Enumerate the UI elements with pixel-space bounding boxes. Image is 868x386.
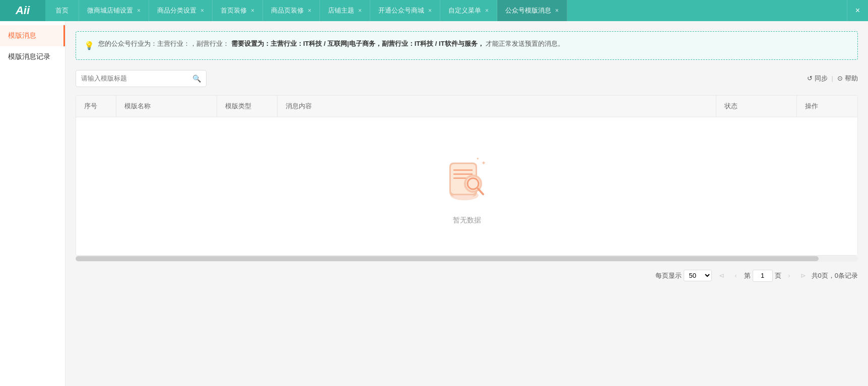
data-table: 序号模版名称模版类型消息内容状态操作 bbox=[76, 95, 858, 256]
tab-product-page-decor[interactable]: 商品页装修× bbox=[263, 0, 320, 21]
th-name: 模版名称 bbox=[116, 96, 217, 117]
page-size-select[interactable]: 102050100 bbox=[684, 270, 712, 281]
search-actions: ↺ 同步 | ⊙ 帮助 bbox=[807, 74, 858, 83]
notice-text: 您的公众号行业为：主营行业：，副营行业： 需要设置为：主营行业：IT科技 / 互… bbox=[98, 39, 564, 49]
search-input[interactable] bbox=[81, 74, 192, 82]
top-navigation: Aii 首页微商城店铺设置×商品分类设置×首页装修×商品页装修×店铺主题×开通公… bbox=[0, 0, 868, 21]
tab-close-template-message[interactable]: × bbox=[555, 7, 559, 14]
notice-highlight: 需要设置为：主营行业：IT科技 / 互联网|电子商务，副营行业：IT科技 / I… bbox=[231, 40, 484, 47]
sidebar-item-template-message-log[interactable]: 模版消息记录 bbox=[0, 46, 65, 67]
page-size-selector: 每页显示 102050100 bbox=[655, 270, 712, 281]
th-index: 序号 bbox=[76, 96, 116, 117]
tab-open-wechat-shop[interactable]: 开通公众号商城× bbox=[370, 0, 440, 21]
svg-text:✦: ✦ bbox=[476, 157, 480, 161]
notice-box: 💡 您的公众号行业为：主营行业：，副营行业： 需要设置为：主营行业：IT科技 /… bbox=[76, 31, 858, 60]
tab-bar: 首页微商城店铺设置×商品分类设置×首页装修×商品页装修×店铺主题×开通公众号商城… bbox=[45, 0, 847, 21]
sync-button[interactable]: ↺ 同步 bbox=[807, 74, 828, 83]
tab-close-home-decor[interactable]: × bbox=[251, 7, 254, 14]
empty-illustration: ✦ ✦ bbox=[437, 147, 497, 208]
sidebar: 模版消息模版消息记录 bbox=[0, 21, 65, 386]
page-controls: ⊲ ‹ 第 页 › ⊳ 共0页，0条记录 bbox=[716, 270, 858, 282]
bulb-icon: 💡 bbox=[84, 39, 94, 52]
tab-close-product-page-decor[interactable]: × bbox=[308, 7, 311, 14]
tab-home-decor[interactable]: 首页装修× bbox=[213, 0, 263, 21]
search-input-wrap[interactable]: 🔍 bbox=[76, 70, 207, 87]
global-close-button[interactable]: × bbox=[847, 0, 868, 21]
empty-state: ✦ ✦ 暂无数据 bbox=[76, 117, 857, 255]
prev-page-button[interactable]: ‹ bbox=[730, 270, 742, 282]
tab-template-message[interactable]: 公众号模版消息× bbox=[497, 0, 567, 21]
sync-icon: ↺ bbox=[807, 74, 813, 82]
page-pre-label: 第 bbox=[744, 271, 751, 280]
tab-close-micro-shop[interactable]: × bbox=[137, 7, 141, 14]
tab-micro-shop[interactable]: 微商城店铺设置× bbox=[79, 0, 149, 21]
page-post-label: 页 bbox=[775, 271, 781, 280]
tab-close-custom-menu[interactable]: × bbox=[485, 7, 489, 14]
help-icon: ⊙ bbox=[837, 74, 843, 82]
content-area: 💡 您的公众号行业为：主营行业：，副营行业： 需要设置为：主营行业：IT科技 /… bbox=[65, 21, 868, 386]
tab-store-theme[interactable]: 店铺主题× bbox=[320, 0, 370, 21]
tab-close-store-theme[interactable]: × bbox=[358, 7, 362, 14]
empty-text: 暂无数据 bbox=[453, 216, 481, 225]
tab-custom-menu[interactable]: 自定义菜单× bbox=[440, 0, 497, 21]
sidebar-item-template-message[interactable]: 模版消息 bbox=[0, 25, 65, 46]
th-action: 操作 bbox=[797, 96, 857, 117]
page-input[interactable] bbox=[753, 270, 773, 282]
action-divider: | bbox=[832, 74, 833, 82]
pagination: 每页显示 102050100 ⊲ ‹ 第 页 › ⊳ 共0页，0条记录 bbox=[76, 270, 858, 282]
search-bar: 🔍 ↺ 同步 | ⊙ 帮助 bbox=[76, 70, 858, 87]
search-icon[interactable]: 🔍 bbox=[192, 74, 201, 83]
table-header: 序号模版名称模版类型消息内容状态操作 bbox=[76, 96, 857, 117]
logo: Aii bbox=[0, 0, 45, 21]
last-page-button[interactable]: ⊳ bbox=[797, 270, 810, 282]
tab-close-product-category[interactable]: × bbox=[201, 7, 204, 14]
scrollbar-thumb[interactable] bbox=[76, 256, 819, 261]
next-page-button[interactable]: › bbox=[783, 270, 795, 282]
page-size-label: 每页显示 bbox=[655, 271, 682, 280]
first-page-button[interactable]: ⊲ bbox=[716, 270, 728, 282]
tab-home[interactable]: 首页 bbox=[45, 0, 79, 21]
total-label: 共0页，0条记录 bbox=[812, 271, 858, 280]
svg-line-9 bbox=[478, 189, 483, 194]
svg-text:✦: ✦ bbox=[481, 160, 486, 167]
th-content: 消息内容 bbox=[278, 96, 716, 117]
main-layout: 模版消息模版消息记录 💡 您的公众号行业为：主营行业：，副营行业： 需要设置为：… bbox=[0, 21, 868, 386]
help-button[interactable]: ⊙ 帮助 bbox=[837, 74, 858, 83]
tab-product-category[interactable]: 商品分类设置× bbox=[149, 0, 213, 21]
tab-close-open-wechat-shop[interactable]: × bbox=[428, 7, 432, 14]
th-type: 模版类型 bbox=[217, 96, 278, 117]
horizontal-scrollbar[interactable] bbox=[76, 256, 858, 262]
th-status: 状态 bbox=[716, 96, 797, 117]
